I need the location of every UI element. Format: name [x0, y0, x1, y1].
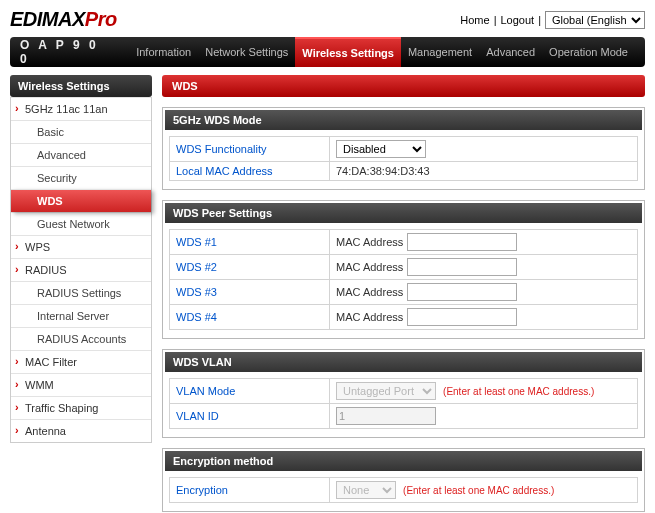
- sidebar-item-security[interactable]: Security: [11, 166, 151, 189]
- local-mac-label: Local MAC Address: [170, 162, 330, 181]
- sidebar-menu: 5GHz 11ac 11an Basic Advanced Security W…: [10, 97, 152, 443]
- brand-logo: EDIMAXPro: [10, 8, 117, 31]
- sidebar-item-wmm[interactable]: WMM: [11, 373, 151, 396]
- sidebar-item-wps[interactable]: WPS: [11, 235, 151, 258]
- nav-operation-mode[interactable]: Operation Mode: [542, 37, 635, 67]
- wds-functionality-label: WDS Functionality: [170, 137, 330, 162]
- sidebar-item-guest-network[interactable]: Guest Network: [11, 212, 151, 235]
- nav-management[interactable]: Management: [401, 37, 479, 67]
- main-nav: O A P 9 0 0 Information Network Settings…: [10, 37, 645, 67]
- vlan-id-label: VLAN ID: [170, 404, 330, 429]
- wds-functionality-select[interactable]: Disabled: [336, 140, 426, 158]
- wds4-label: WDS #4: [170, 305, 330, 330]
- wds3-label: WDS #3: [170, 280, 330, 305]
- vlan-id-input: [336, 407, 436, 425]
- nav-wireless-settings[interactable]: Wireless Settings: [295, 37, 401, 67]
- section-wds-mode-header: 5GHz WDS Mode: [165, 110, 642, 130]
- vlan-mode-hint: (Enter at least one MAC address.): [443, 386, 594, 397]
- section-peer-header: WDS Peer Settings: [165, 203, 642, 223]
- section-vlan-header: WDS VLAN: [165, 352, 642, 372]
- encryption-select: None: [336, 481, 396, 499]
- sidebar-item-internal-server[interactable]: Internal Server: [11, 304, 151, 327]
- wds1-label: WDS #1: [170, 230, 330, 255]
- sidebar-item-radius-settings[interactable]: RADIUS Settings: [11, 281, 151, 304]
- wds3-mac-input[interactable]: [407, 283, 517, 301]
- sidebar-item-radius[interactable]: RADIUS: [11, 258, 151, 281]
- home-link[interactable]: Home: [460, 14, 489, 26]
- wds4-mac-input[interactable]: [407, 308, 517, 326]
- vlan-mode-label: VLAN Mode: [170, 379, 330, 404]
- nav-advanced[interactable]: Advanced: [479, 37, 542, 67]
- nav-information[interactable]: Information: [129, 37, 198, 67]
- encryption-label: Encryption: [170, 478, 330, 503]
- wds2-label: WDS #2: [170, 255, 330, 280]
- sidebar-item-advanced[interactable]: Advanced: [11, 143, 151, 166]
- logout-link[interactable]: Logout: [500, 14, 534, 26]
- wds2-mac-input[interactable]: [407, 258, 517, 276]
- sidebar-item-5ghz[interactable]: 5GHz 11ac 11an: [11, 97, 151, 120]
- page-title: WDS: [162, 75, 645, 97]
- section-encryption-header: Encryption method: [165, 451, 642, 471]
- language-select[interactable]: Global (English): [545, 11, 645, 29]
- sidebar-item-wds[interactable]: WDS: [11, 189, 151, 212]
- wds1-mac-input[interactable]: [407, 233, 517, 251]
- local-mac-value: 74:DA:38:94:D3:43: [330, 162, 638, 181]
- model-label: O A P 9 0 0: [20, 38, 99, 66]
- sidebar-item-mac-filter[interactable]: MAC Filter: [11, 350, 151, 373]
- sidebar-item-basic[interactable]: Basic: [11, 120, 151, 143]
- nav-network-settings[interactable]: Network Settings: [198, 37, 295, 67]
- vlan-mode-select: Untagged Port: [336, 382, 436, 400]
- sidebar-title: Wireless Settings: [10, 75, 152, 97]
- sidebar-item-antenna[interactable]: Antenna: [11, 419, 151, 442]
- sidebar-item-traffic-shaping[interactable]: Traffic Shaping: [11, 396, 151, 419]
- sidebar-item-radius-accounts[interactable]: RADIUS Accounts: [11, 327, 151, 350]
- encryption-hint: (Enter at least one MAC address.): [403, 485, 554, 496]
